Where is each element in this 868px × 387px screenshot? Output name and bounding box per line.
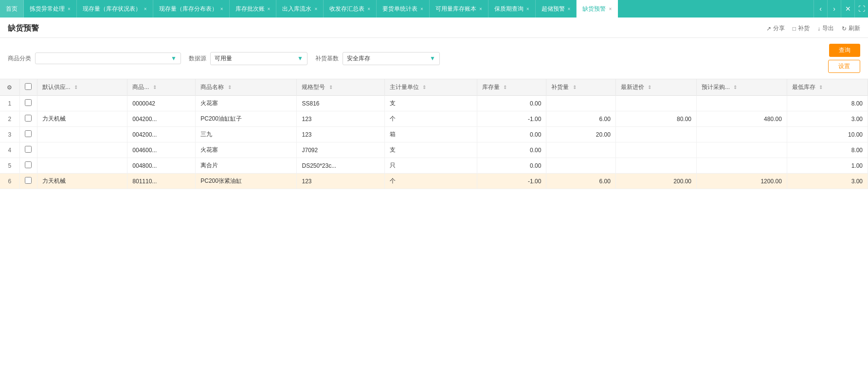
refresh-label: 刷新 [849, 24, 860, 33]
tab-item-home[interactable]: 首页 [0, 0, 24, 18]
tab-item-shortage[interactable]: 缺货预警× [577, 0, 618, 18]
row-checkbox[interactable] [25, 99, 32, 106]
sort-icon-est: ⇕ [733, 85, 737, 90]
col-product-code[interactable]: 商品... ⇕ [127, 79, 196, 96]
table-row: 3004200...三九123箱0.0020.0010.00 [0, 127, 868, 142]
tab-item-avail-ledger[interactable]: 可用量库存账本× [430, 0, 488, 18]
spec-cell: J7092 [297, 142, 385, 158]
tab-close-inventory-dist[interactable]: × [220, 6, 223, 12]
tab-close-inventory-status[interactable]: × [144, 6, 147, 12]
row-checkbox-cell [19, 111, 37, 127]
tab-item-inventory-dist[interactable]: 现存量（库存分布表）× [153, 0, 230, 18]
col-product-name[interactable]: 商品名称 ⇕ [196, 79, 297, 96]
col-spec[interactable]: 规格型号 ⇕ [297, 79, 385, 96]
row-checkbox-cell [19, 174, 37, 189]
col-latest-price[interactable]: 最新进价 ⇕ [615, 79, 696, 96]
row-checkbox-cell [19, 96, 37, 111]
unit-cell: 个 [385, 174, 477, 189]
query-button[interactable]: 查询 [829, 44, 860, 57]
stock-qty-cell: 0.00 [477, 96, 546, 111]
tab-label-receive-total: 收发存汇总表 [329, 5, 364, 13]
row-checkbox[interactable] [25, 161, 32, 168]
tab-expand-btn[interactable]: ⛶ [854, 0, 868, 18]
row-num: 1 [0, 96, 19, 111]
tab-close-inout-flow[interactable]: × [314, 6, 317, 12]
row-checkbox[interactable] [25, 115, 32, 122]
sort-icon-min: ⇕ [819, 85, 823, 90]
sort-icon-code: ⇕ [153, 85, 157, 90]
col-default-supplier[interactable]: 默认供应... ⇕ [37, 79, 127, 96]
share-btn[interactable]: ↗ 分享 [766, 24, 785, 33]
col-replenish-qty[interactable]: 补货量 ⇕ [546, 79, 615, 96]
tab-close-overstock[interactable]: × [568, 6, 571, 12]
sort-icon-replenish: ⇕ [573, 85, 577, 90]
replenish-qty-cell [546, 96, 615, 111]
replenish-base-filter-group: 补货基数 安全库存 ▼ [315, 52, 440, 65]
latest-price-cell: 200.00 [615, 174, 696, 189]
export-btn[interactable]: ↓ 导出 [817, 24, 834, 33]
row-checkbox[interactable] [25, 177, 32, 184]
tab-label-avail-ledger: 可用量库存账本 [435, 5, 476, 13]
product-code-cell: 0000042 [127, 96, 196, 111]
tab-item-inventory-status[interactable]: 现存量（库存状况表）× [77, 0, 153, 18]
datasource-select[interactable]: 可用量 ▼ [210, 52, 307, 65]
replenish-base-label: 补货基数 [315, 54, 339, 63]
row-checkbox[interactable] [25, 130, 32, 137]
share-icon: ↗ [766, 25, 771, 32]
table-header-row: ⚙ 默认供应... ⇕ 商品... ⇕ 商品名称 ⇕ 规格型号 ⇕ 主计量单位 … [0, 79, 868, 96]
unit-cell: 个 [385, 111, 477, 127]
tab-item-expiry[interactable]: 保质期查询× [488, 0, 536, 18]
replenish-qty-cell: 6.00 [546, 111, 615, 127]
tab-label-batch: 库存批次账 [235, 5, 265, 13]
tab-close-expiry[interactable]: × [526, 6, 529, 12]
replenish-icon: □ [793, 25, 796, 32]
category-select[interactable]: ▼ [35, 53, 181, 64]
tab-close-batch[interactable]: × [268, 6, 271, 12]
replenish-btn[interactable]: □ 补货 [793, 24, 810, 33]
tab-item-inout-flow[interactable]: 出入库流水× [276, 0, 324, 18]
supplier-cell: 力天机械 [37, 111, 127, 127]
select-all-checkbox[interactable] [25, 83, 32, 90]
tab-item-batch[interactable]: 库存批次账× [230, 0, 277, 18]
tab-item-overstock[interactable]: 超储预警× [536, 0, 577, 18]
category-filter-group: 商品分类 ▼ [8, 53, 181, 64]
replenish-qty-cell [546, 158, 615, 174]
refresh-btn[interactable]: ↻ 刷新 [842, 24, 860, 33]
col-est-purchase[interactable]: 预计采购... ⇕ [696, 79, 787, 96]
tab-close-exception[interactable]: × [68, 6, 71, 12]
row-checkbox[interactable] [25, 146, 32, 153]
tab-prev-btn[interactable]: ‹ [814, 0, 827, 18]
table-row: 4004600...火花塞J7092支0.008.00 [0, 142, 868, 158]
tab-item-order-stat[interactable]: 要货单统计表× [377, 0, 430, 18]
tab-label-expiry: 保质期查询 [494, 5, 524, 13]
product-name-cell: 三九 [196, 127, 297, 142]
gear-settings-icon[interactable]: ⚙ [7, 84, 12, 91]
tab-close-receive-total[interactable]: × [367, 6, 370, 12]
sort-icon-stock: ⇕ [503, 85, 507, 90]
sort-icon-price: ⇕ [648, 85, 651, 90]
tab-close-order-stat[interactable]: × [420, 6, 423, 12]
row-checkbox-cell [19, 142, 37, 158]
tab-close-all-btn[interactable]: ✕ [841, 0, 854, 18]
replenish-base-select[interactable]: 安全库存 ▼ [343, 52, 440, 65]
unit-cell: 支 [385, 96, 477, 111]
row-checkbox-cell [19, 127, 37, 142]
product-name-cell: PC200油缸缸子 [196, 111, 297, 127]
row-num: 2 [0, 111, 19, 127]
product-code-cell: 004800... [127, 158, 196, 174]
tab-item-receive-total[interactable]: 收发存汇总表× [324, 0, 377, 18]
sort-icon-supplier: ⇕ [74, 85, 78, 90]
tab-close-shortage[interactable]: × [609, 6, 612, 12]
table-row: 6力天机械801110...PC200张紧油缸123个-1.006.00200.… [0, 174, 868, 189]
tab-item-exception[interactable]: 拣货异常处理× [24, 0, 77, 18]
tab-next-btn[interactable]: › [827, 0, 841, 18]
export-label: 导出 [822, 24, 834, 33]
settings-button[interactable]: 设置 [828, 60, 860, 73]
tab-close-avail-ledger[interactable]: × [479, 6, 482, 12]
est-purchase-cell: 1200.00 [696, 174, 787, 189]
col-checkbox[interactable] [19, 79, 37, 96]
col-min-stock[interactable]: 最低库存 ⇕ [787, 79, 868, 96]
col-gear[interactable]: ⚙ [0, 79, 19, 96]
col-unit[interactable]: 主计量单位 ⇕ [385, 79, 477, 96]
col-stock-qty[interactable]: 库存量 ⇕ [477, 79, 546, 96]
